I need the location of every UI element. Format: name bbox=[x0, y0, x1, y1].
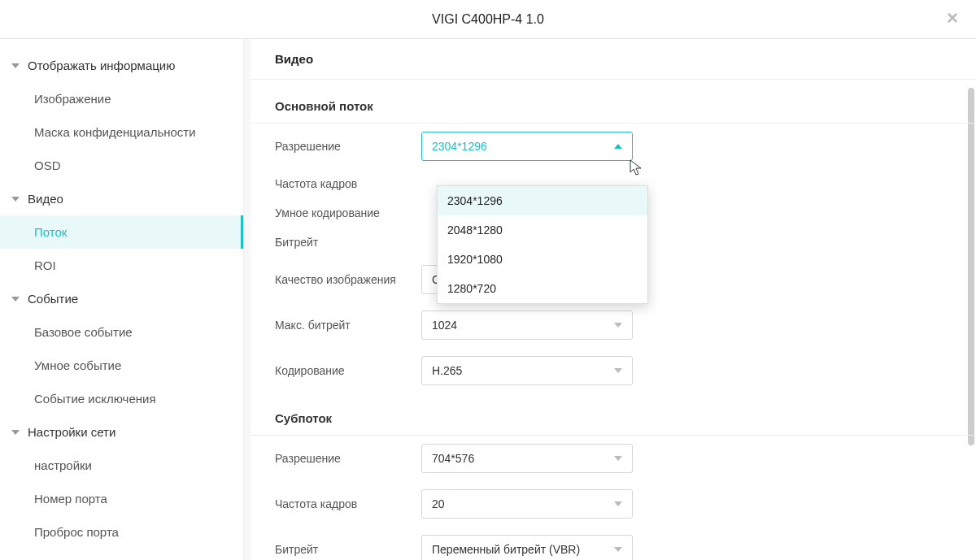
chevron-down-icon bbox=[11, 197, 20, 202]
label-resolution: Разрешение bbox=[275, 140, 421, 153]
sidebar-group-label: Событие bbox=[28, 292, 78, 306]
label-encoding: Кодирование bbox=[275, 364, 421, 377]
label-framerate: Частота кадров bbox=[275, 177, 421, 190]
select-resolution[interactable]: 2304*1296 bbox=[421, 132, 633, 161]
select-encoding[interactable]: H.265 bbox=[421, 356, 633, 385]
sidebar-group-event[interactable]: Событие bbox=[0, 282, 243, 315]
sidebar-item-roi[interactable]: ROI bbox=[0, 249, 243, 282]
sidebar-group-network[interactable]: Настройки сети bbox=[0, 415, 243, 449]
chevron-down-icon bbox=[614, 323, 622, 328]
chevron-down-icon bbox=[11, 430, 20, 435]
chevron-down-icon bbox=[614, 456, 622, 461]
sidebar-item-port-forward[interactable]: Проброс порта bbox=[0, 515, 243, 549]
titlebar: VIGI C400HP-4 1.0 × bbox=[0, 0, 976, 39]
select-value: H.265 bbox=[432, 364, 462, 377]
sidebar-item-settings[interactable]: настройки bbox=[0, 449, 243, 482]
label-quality: Качество изображения bbox=[275, 273, 421, 286]
select-max-bitrate[interactable]: 1024 bbox=[421, 310, 633, 340]
select-value: 20 bbox=[432, 497, 445, 510]
select-value: 704*576 bbox=[432, 452, 474, 465]
dropdown-option[interactable]: 2048*1280 bbox=[438, 215, 647, 245]
sidebar-item-stream[interactable]: Поток bbox=[0, 215, 243, 249]
row-resolution: Разрешение 2304*1296 bbox=[251, 124, 976, 169]
dropdown-resolution: 2304*1296 2048*1280 1920*1080 1280*720 bbox=[437, 185, 648, 304]
window-title: VIGI C400HP-4 1.0 bbox=[432, 12, 544, 27]
sidebar-item-smart-event[interactable]: Умное событие bbox=[0, 349, 243, 382]
select-sub-resolution[interactable]: 704*576 bbox=[421, 444, 633, 473]
section-sub-stream: Субпоток bbox=[251, 393, 976, 436]
sidebar-item-port[interactable]: Номер порта bbox=[0, 482, 243, 515]
sidebar-item-privacy-mask[interactable]: Маска конфиденциальности bbox=[0, 115, 243, 149]
label-smart-encoding: Умное кодирование bbox=[275, 206, 421, 219]
row-max-bitrate: Макс. битрейт 1024 bbox=[251, 302, 976, 348]
sidebar: Отображать информацию Изображение Маска … bbox=[0, 39, 244, 560]
section-main-stream: Основной поток bbox=[251, 81, 976, 124]
label-max-bitrate: Макс. битрейт bbox=[275, 319, 421, 332]
label-bitrate: Битрейт bbox=[275, 236, 421, 249]
close-icon[interactable]: × bbox=[947, 8, 958, 28]
label-sub-bitrate: Битрейт bbox=[275, 543, 421, 556]
row-sub-resolution: Разрешение 704*576 bbox=[251, 436, 976, 481]
sidebar-group-display[interactable]: Отображать информацию bbox=[0, 49, 243, 82]
select-sub-bitrate[interactable]: Переменный битрейт (VBR) bbox=[421, 535, 633, 560]
sidebar-group-label: Настройки сети bbox=[28, 425, 115, 439]
chevron-down-icon bbox=[11, 63, 20, 68]
chevron-down-icon bbox=[614, 547, 622, 552]
main-body: Основной поток Разрешение 2304*1296 Част… bbox=[251, 81, 976, 560]
dropdown-option[interactable]: 1920*1080 bbox=[438, 245, 647, 274]
chevron-up-icon bbox=[614, 144, 622, 149]
select-value: 2304*1296 bbox=[432, 140, 487, 153]
sidebar-group-label: Отображать информацию bbox=[28, 59, 175, 72]
chevron-down-icon bbox=[11, 297, 20, 302]
sidebar-item-basic-event[interactable]: Базовое событие bbox=[0, 315, 243, 349]
select-value: Переменный битрейт (VBR) bbox=[432, 543, 580, 556]
chevron-down-icon bbox=[614, 368, 622, 373]
select-sub-framerate[interactable]: 20 bbox=[421, 489, 633, 519]
row-sub-bitrate: Битрейт Переменный битрейт (VBR) bbox=[251, 527, 976, 560]
label-sub-framerate: Частота кадров bbox=[275, 497, 421, 510]
row-sub-framerate: Частота кадров 20 bbox=[251, 481, 976, 527]
dropdown-option[interactable]: 1280*720 bbox=[438, 274, 647, 303]
select-value: 1024 bbox=[432, 319, 457, 332]
chevron-down-icon bbox=[614, 501, 622, 506]
label-sub-resolution: Разрешение bbox=[275, 452, 421, 465]
sidebar-item-exception-event[interactable]: Событие исключения bbox=[0, 382, 243, 415]
page-title: Видео bbox=[251, 39, 976, 80]
sidebar-group-video[interactable]: Видео bbox=[0, 182, 243, 215]
sidebar-item-osd[interactable]: OSD bbox=[0, 149, 243, 182]
sidebar-item-image[interactable]: Изображение bbox=[0, 82, 243, 115]
dropdown-option[interactable]: 2304*1296 bbox=[438, 186, 647, 215]
row-encoding: Кодирование H.265 bbox=[251, 348, 976, 393]
sidebar-group-label: Видео bbox=[28, 192, 63, 206]
